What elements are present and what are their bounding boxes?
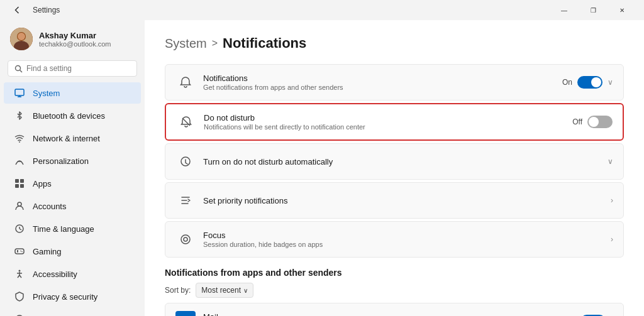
sidebar-item-bluetooth[interactable]: Bluetooth & devices <box>4 105 141 126</box>
svg-line-5 <box>20 70 23 72</box>
sort-value: Most recent <box>201 286 241 295</box>
sidebar-item-network-label: Network & internet <box>33 134 100 143</box>
notifications-subtitle: Get notifications from apps and other se… <box>203 84 562 91</box>
titlebar-left: Settings <box>8 0 60 20</box>
svg-point-23 <box>21 251 23 253</box>
turn-on-dnd-row[interactable]: Turn on do not disturb automatically ∨ <box>165 143 624 180</box>
mail-text: Mail Banners, Sounds <box>203 312 565 316</box>
sidebar-item-accounts[interactable]: Accounts <box>4 195 141 217</box>
sidebar-item-time[interactable]: Time & language <box>4 218 141 239</box>
sidebar-item-network[interactable]: Network & internet <box>4 128 141 149</box>
apps-section: Notifications from apps and other sender… <box>165 268 624 316</box>
sidebar-item-gaming[interactable]: Gaming <box>4 241 141 262</box>
dnd-subtitle: Notifications will be sent directly to n… <box>204 123 572 131</box>
svg-point-22 <box>20 251 21 252</box>
svg-point-9 <box>19 141 20 143</box>
svg-rect-13 <box>20 184 24 188</box>
svg-point-24 <box>19 270 21 272</box>
priority-row[interactable]: Set priority notifications › <box>165 182 624 219</box>
notifications-title: Notifications <box>203 74 562 83</box>
personalization-icon <box>14 155 25 166</box>
do-not-disturb-row[interactable]: Do not disturb Notifications will be sen… <box>165 103 624 141</box>
search-input[interactable] <box>26 64 130 73</box>
notifications-text: Notifications Get notifications from app… <box>203 74 562 91</box>
privacy-icon <box>14 291 25 302</box>
main-content: System > Notifications Notifications Get… <box>145 20 644 316</box>
svg-rect-12 <box>15 184 19 188</box>
dnd-text: Do not disturb Notifications will be sen… <box>204 113 572 131</box>
sidebar-item-system-label: System <box>33 89 60 98</box>
focus-subtitle: Session duration, hide badges on apps <box>203 241 611 248</box>
user-name: Akshay Kumar <box>39 31 111 40</box>
time-icon <box>14 223 25 234</box>
dnd-auto-controls: ∨ <box>608 157 613 166</box>
sidebar-item-privacy-label: Privacy & security <box>33 292 97 302</box>
system-icon <box>14 87 25 99</box>
notifications-toggle[interactable] <box>577 76 602 89</box>
notifications-icon <box>175 72 196 92</box>
search-icon <box>14 65 23 73</box>
svg-point-4 <box>16 65 21 70</box>
sidebar-item-update[interactable]: Windows Update <box>4 308 141 316</box>
apps-icon <box>14 178 25 189</box>
user-email: techakko@outlook.com <box>39 40 111 48</box>
user-profile[interactable]: Akshay Kumar techakko@outlook.com <box>0 20 145 58</box>
dnd-auto-title: Turn on do not disturb automatically <box>203 157 608 166</box>
sidebar-item-time-label: Time & language <box>33 224 94 234</box>
update-icon <box>14 313 25 316</box>
page-title: Notifications <box>223 35 306 52</box>
sidebar-item-apps-label: Apps <box>33 179 52 188</box>
page-header: System > Notifications <box>165 35 624 52</box>
back-button[interactable] <box>8 0 28 20</box>
sidebar-item-personalization[interactable]: Personalization <box>4 150 141 172</box>
svg-rect-6 <box>15 89 24 95</box>
sidebar-item-bluetooth-label: Bluetooth & devices <box>33 111 105 121</box>
sidebar-item-apps[interactable]: Apps <box>4 173 141 194</box>
notifications-controls: On ∨ <box>562 76 613 89</box>
sidebar-item-system[interactable]: System <box>4 82 141 104</box>
sidebar-item-accessibility[interactable]: Accessibility <box>4 263 141 285</box>
dnd-auto-text: Turn on do not disturb automatically <box>203 157 608 166</box>
sidebar-item-gaming-label: Gaming <box>33 247 62 256</box>
priority-title: Set priority notifications <box>203 196 611 205</box>
avatar <box>10 28 33 50</box>
app-row-mail[interactable]: Mail Banners, Sounds On › <box>165 303 624 316</box>
sort-label: Sort by: <box>165 286 191 295</box>
svg-line-28 <box>19 275 21 278</box>
dnd-toggle-label: Off <box>572 117 582 126</box>
sort-chevron-icon: ∨ <box>243 287 248 294</box>
mail-icon <box>175 311 196 316</box>
mail-title: Mail <box>203 312 565 316</box>
sidebar-item-accessibility-label: Accessibility <box>33 270 77 279</box>
priority-controls: › <box>611 196 613 205</box>
dnd-auto-chevron-down-icon: ∨ <box>608 157 613 166</box>
user-info: Akshay Kumar techakko@outlook.com <box>39 31 111 48</box>
svg-point-3 <box>18 33 25 40</box>
svg-point-14 <box>18 202 21 206</box>
dnd-toggle[interactable] <box>587 116 613 128</box>
sidebar-item-privacy[interactable]: Privacy & security <box>4 286 141 307</box>
restore-button[interactable]: ❐ <box>579 0 608 20</box>
focus-icon <box>175 229 196 249</box>
settings-section: Notifications Get notifications from app… <box>165 64 624 258</box>
notifications-row[interactable]: Notifications Get notifications from app… <box>165 64 624 101</box>
sort-dropdown[interactable]: Most recent ∨ <box>196 283 253 298</box>
svg-rect-18 <box>15 249 24 254</box>
titlebar: Settings — ❐ ✕ <box>0 0 644 20</box>
dnd-title: Do not disturb <box>204 113 572 123</box>
focus-chevron-right-icon: › <box>611 235 613 244</box>
sidebar: Akshay Kumar techakko@outlook.com System… <box>0 20 145 316</box>
priority-text: Set priority notifications <box>203 196 611 205</box>
search-box[interactable] <box>8 60 137 77</box>
sort-row: Sort by: Most recent ∨ <box>165 283 624 298</box>
svg-rect-11 <box>20 179 24 183</box>
svg-rect-10 <box>15 179 19 183</box>
svg-point-32 <box>181 235 190 244</box>
network-icon <box>14 133 25 144</box>
focus-row[interactable]: Focus Session duration, hide badges on a… <box>165 221 624 258</box>
minimize-button[interactable]: — <box>550 0 579 20</box>
close-button[interactable]: ✕ <box>608 0 636 20</box>
focus-text: Focus Session duration, hide badges on a… <box>203 231 611 248</box>
apps-section-title: Notifications from apps and other sender… <box>165 268 624 278</box>
priority-chevron-right-icon: › <box>611 196 613 205</box>
